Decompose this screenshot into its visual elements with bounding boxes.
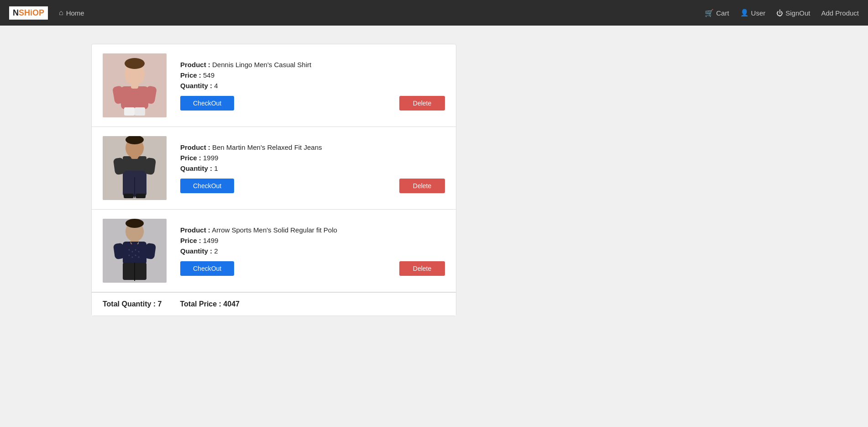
product-image-3	[103, 219, 167, 283]
logo: N SHiOP	[9, 6, 48, 20]
user-icon	[740, 9, 749, 17]
add-product-label: Add Product	[821, 9, 859, 17]
signout-link[interactable]: SignOut	[776, 9, 810, 17]
svg-point-28	[125, 219, 144, 228]
delete-button-2[interactable]: Delete	[399, 179, 445, 193]
product-name-line-2: Product : Ben Martin Men's Relaxed Fit J…	[180, 143, 445, 151]
total-price-block: Total Price : 4047	[180, 300, 240, 308]
price-line-1: Price : 549	[180, 71, 445, 79]
product-name-3: Arrow Sports Men's Solid Regular fit Pol…	[212, 226, 337, 234]
product-name-2: Ben Martin Men's Relaxed Fit Jeans	[212, 143, 322, 151]
svg-point-38	[138, 257, 140, 258]
quantity-value-2: 1	[214, 164, 218, 172]
product-info-3: Product : Arrow Sports Men's Solid Regul…	[180, 226, 445, 276]
svg-point-36	[132, 257, 133, 258]
navbar: N SHiOP Home Cart User SignOut Add Produ…	[0, 0, 868, 26]
total-quantity-value: 7	[158, 300, 162, 308]
total-quantity-block: Total Quantity : 7	[103, 300, 162, 308]
total-price-value: 4047	[223, 300, 240, 308]
product-label-1: Product :	[180, 61, 210, 69]
product-image-1	[103, 53, 167, 117]
product-actions-2: CheckOut Delete	[180, 179, 445, 193]
quantity-value-3: 2	[214, 247, 218, 255]
svg-point-35	[129, 255, 130, 256]
total-price-label: Total Price :	[180, 300, 221, 308]
delete-button-3[interactable]: Delete	[399, 261, 445, 276]
cart-item: Product : Ben Martin Men's Relaxed Fit J…	[92, 127, 456, 210]
product-name-line-1: Product : Dennis Lingo Men's Casual Shir…	[180, 61, 445, 69]
product-name-line-3: Product : Arrow Sports Men's Solid Regul…	[180, 226, 445, 234]
svg-rect-20	[136, 194, 146, 198]
product-info-1: Product : Dennis Lingo Men's Casual Shir…	[180, 61, 445, 111]
product-image-2	[103, 136, 167, 200]
signout-label: SignOut	[785, 9, 810, 17]
product-name-1: Dennis Lingo Men's Casual Shirt	[212, 61, 311, 69]
svg-rect-2	[121, 86, 148, 109]
price-label-1: Price :	[180, 71, 201, 79]
svg-point-7	[125, 58, 145, 69]
svg-rect-8	[124, 107, 135, 116]
product-actions-1: CheckOut Delete	[180, 96, 445, 111]
navbar-right: Cart User SignOut Add Product	[705, 9, 859, 17]
cart-icon	[705, 9, 714, 17]
user-label: User	[751, 9, 766, 17]
main-content: Product : Dennis Lingo Men's Casual Shir…	[0, 26, 502, 334]
home-link[interactable]: Home	[59, 9, 84, 17]
price-value-3: 1499	[203, 237, 218, 244]
product-label-2: Product :	[180, 143, 210, 151]
price-value-2: 1999	[203, 154, 218, 162]
cart-label: Cart	[716, 9, 729, 17]
checkout-button-1[interactable]: CheckOut	[180, 96, 234, 111]
add-product-link[interactable]: Add Product	[821, 9, 859, 17]
svg-point-37	[135, 255, 136, 256]
home-label: Home	[66, 9, 84, 17]
cart-footer: Total Quantity : 7 Total Price : 4047	[92, 292, 456, 316]
price-label-3: Price :	[180, 237, 201, 244]
price-label-2: Price :	[180, 154, 201, 162]
price-line-2: Price : 1999	[180, 154, 445, 162]
product-actions-3: CheckOut Delete	[180, 261, 445, 276]
power-icon	[776, 9, 783, 17]
logo-shop: SHiOP	[19, 8, 44, 18]
product-info-2: Product : Ben Martin Men's Relaxed Fit J…	[180, 143, 445, 193]
home-icon	[59, 9, 63, 17]
cart-container: Product : Dennis Lingo Men's Casual Shir…	[91, 44, 456, 316]
price-line-3: Price : 1499	[180, 237, 445, 244]
cart-link[interactable]: Cart	[705, 9, 729, 17]
svg-point-33	[135, 249, 136, 251]
cart-item: Product : Arrow Sports Men's Solid Regul…	[92, 210, 456, 292]
quantity-line-1: Quantity : 4	[180, 82, 445, 90]
price-value-1: 549	[203, 71, 214, 79]
logo-n: N	[13, 8, 19, 18]
quantity-value-1: 4	[214, 82, 218, 90]
product-label-3: Product :	[180, 226, 210, 234]
checkout-button-3[interactable]: CheckOut	[180, 261, 234, 276]
quantity-label-2: Quantity :	[180, 164, 212, 172]
svg-point-32	[132, 251, 133, 253]
svg-rect-9	[135, 107, 145, 116]
quantity-line-3: Quantity : 2	[180, 247, 445, 255]
delete-button-1[interactable]: Delete	[399, 96, 445, 111]
svg-point-31	[129, 249, 130, 251]
total-quantity-label: Total Quantity :	[103, 300, 156, 308]
svg-point-34	[138, 251, 140, 253]
user-link[interactable]: User	[740, 9, 766, 17]
cart-item: Product : Dennis Lingo Men's Casual Shir…	[92, 44, 456, 127]
quantity-line-2: Quantity : 1	[180, 164, 445, 172]
quantity-label-3: Quantity :	[180, 247, 212, 255]
quantity-label-1: Quantity :	[180, 82, 212, 90]
checkout-button-2[interactable]: CheckOut	[180, 179, 234, 193]
svg-rect-19	[124, 194, 134, 198]
